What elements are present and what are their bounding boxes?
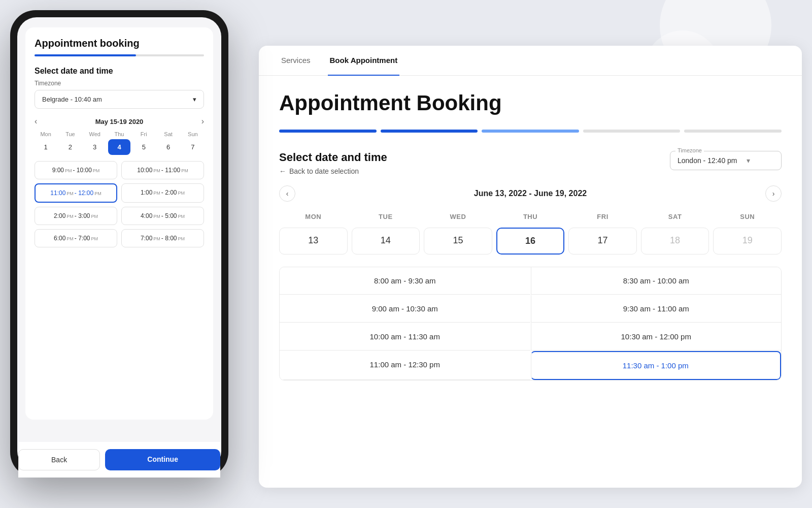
phone-bottom-buttons: Back Continue bbox=[18, 442, 220, 470]
calendar-grid: MON TUE WED THU FRI SAT SUN 13 14 15 16 … bbox=[279, 210, 782, 255]
phone-section-title: Select date and time bbox=[35, 67, 204, 76]
slot-930am-11am[interactable]: 9:30 am - 11:00 am bbox=[531, 295, 782, 323]
calendar-header: ‹ June 13, 2022 - June 19, 2022 › bbox=[279, 185, 782, 202]
phone-day-3[interactable]: 3 bbox=[84, 139, 106, 155]
timezone-chevron-icon: ▾ bbox=[747, 156, 750, 165]
section-header-row: Select date and time ← Back to date sele… bbox=[279, 151, 782, 175]
phone-timezone-value: Belgrade - 10:40 am bbox=[42, 96, 102, 103]
phone-time-slots: 9:00PM - 10:00PM 10:00PM - 11:00PM 11:00… bbox=[35, 161, 204, 247]
phone-mockup: Appointment booking Select date and time… bbox=[10, 10, 244, 498]
phone-cal-prev[interactable]: ‹ bbox=[35, 117, 37, 126]
timezone-selector[interactable]: Timezone London - 12:40 pm ▾ bbox=[670, 151, 782, 170]
cal-day-16[interactable]: 16 bbox=[496, 228, 565, 255]
phone-day-label-sat: Sat bbox=[157, 131, 179, 137]
phone-app-title: Appointment booking bbox=[35, 38, 204, 49]
phone-cal-header: ‹ May 15-19 2020 › bbox=[35, 117, 204, 126]
phone-cal-next[interactable]: › bbox=[201, 117, 204, 126]
phone-day-label-tue: Tue bbox=[59, 131, 81, 137]
phone-slot-4pm-5pm[interactable]: 4:00PM - 5:00PM bbox=[121, 207, 204, 225]
phone-day-7[interactable]: 7 bbox=[182, 139, 204, 155]
back-link-label: Back to date selection bbox=[289, 167, 359, 175]
desktop-panel: Services Book Appointment Appointment Bo… bbox=[259, 46, 802, 488]
cal-prev-button[interactable]: ‹ bbox=[279, 185, 295, 202]
phone-day-label-wed: Wed bbox=[84, 131, 106, 137]
phone-slot-6pm-7pm[interactable]: 6:00PM - 7:00PM bbox=[35, 229, 117, 247]
cal-header-sun: SUN bbox=[713, 210, 782, 224]
cal-next-button[interactable]: › bbox=[765, 185, 782, 202]
phone-day-6[interactable]: 6 bbox=[157, 139, 179, 155]
phone-continue-button[interactable]: Continue bbox=[105, 449, 220, 470]
phone-day-4[interactable]: 4 bbox=[108, 139, 130, 155]
phone-day-label-thu: Thu bbox=[108, 131, 130, 137]
section-title: Select date and time bbox=[279, 151, 387, 164]
cal-month-range: June 13, 2022 - June 19, 2022 bbox=[474, 189, 587, 198]
step-3 bbox=[482, 130, 579, 133]
phone-frame: Appointment booking Select date and time… bbox=[10, 10, 228, 478]
cal-day-18[interactable]: 18 bbox=[641, 228, 709, 255]
slot-8am-930am[interactable]: 8:00 am - 9:30 am bbox=[280, 267, 530, 295]
timezone-value: London - 12:40 pm bbox=[678, 156, 737, 165]
phone-timezone-label: Timezone bbox=[35, 80, 204, 87]
slot-1030am-12pm[interactable]: 10:30 am - 12:00 pm bbox=[531, 323, 782, 351]
phone-slot-9pm-10pm[interactable]: 9:00PM - 10:00PM bbox=[35, 161, 117, 179]
cal-header-mon: MON bbox=[279, 210, 348, 224]
phone-slot-2pm-3pm[interactable]: 2:00PM - 3:00PM bbox=[35, 207, 117, 225]
phone-timezone-select[interactable]: Belgrade - 10:40 am ▾ bbox=[35, 90, 204, 109]
step-4 bbox=[583, 130, 681, 133]
phone-day-2[interactable]: 2 bbox=[59, 139, 81, 155]
phone-day-label-sun: Sun bbox=[182, 131, 204, 137]
timezone-field-label: Timezone bbox=[675, 147, 704, 153]
step-5 bbox=[684, 130, 782, 133]
phone-slot-11pm-12pm[interactable]: 11:00PM - 12:00PM bbox=[35, 183, 117, 203]
phone-progress-fill bbox=[35, 54, 136, 56]
tab-services[interactable]: Services bbox=[279, 46, 313, 76]
cal-day-13[interactable]: 13 bbox=[279, 228, 348, 255]
cal-header-sat: SAT bbox=[641, 210, 709, 224]
progress-steps bbox=[279, 130, 782, 133]
phone-app-content: Appointment booking Select date and time… bbox=[25, 27, 213, 420]
slot-10am-1130am[interactable]: 10:00 am - 11:30 am bbox=[280, 323, 530, 351]
cal-day-15[interactable]: 15 bbox=[424, 228, 492, 255]
tab-book-appointment[interactable]: Book Appointment bbox=[328, 46, 400, 76]
cal-day-14[interactable]: 14 bbox=[352, 228, 420, 255]
slot-9am-1030am[interactable]: 9:00 am - 10:30 am bbox=[280, 295, 530, 323]
phone-screen: Appointment booking Select date and time… bbox=[17, 17, 221, 470]
slot-1130am-1pm[interactable]: 11:30 am - 1:00 pm bbox=[531, 351, 782, 380]
tabs-bar: Services Book Appointment bbox=[259, 46, 802, 76]
cal-header-thu: THU bbox=[496, 210, 565, 224]
phone-slot-10pm-11pm[interactable]: 10:00PM - 11:00PM bbox=[121, 161, 204, 179]
phone-slot-1pm-2pm[interactable]: 1:00PM - 2:00PM bbox=[121, 183, 204, 203]
phone-day-label-fri: Fri bbox=[132, 131, 155, 137]
back-to-date-link[interactable]: ← Back to date selection bbox=[279, 167, 387, 175]
cal-day-19[interactable]: 19 bbox=[713, 228, 782, 255]
step-1 bbox=[279, 130, 377, 133]
cal-header-wed: WED bbox=[424, 210, 492, 224]
time-slots-grid: 8:00 am - 9:30 am 8:30 am - 10:00 am 9:0… bbox=[279, 267, 782, 380]
phone-day-label-mon: Mon bbox=[35, 131, 57, 137]
section-header-left: Select date and time ← Back to date sele… bbox=[279, 151, 387, 175]
phone-cal-day-labels: Mon Tue Wed Thu Fri Sat Sun 1 2 3 4 5 6 … bbox=[35, 131, 204, 155]
step-2 bbox=[381, 130, 478, 133]
desktop-main-title: Appointment Booking bbox=[279, 91, 782, 115]
phone-slot-7pm-8pm[interactable]: 7:00PM - 8:00PM bbox=[121, 229, 204, 247]
back-arrow-icon: ← bbox=[279, 167, 286, 175]
cal-day-17[interactable]: 17 bbox=[568, 228, 637, 255]
cal-header-fri: FRI bbox=[568, 210, 637, 224]
phone-timezone-chevron: ▾ bbox=[193, 96, 196, 103]
phone-day-1[interactable]: 1 bbox=[35, 139, 57, 155]
slot-11am-1230pm[interactable]: 11:00 am - 12:30 pm bbox=[280, 351, 530, 380]
phone-cal-month: May 15-19 2020 bbox=[95, 118, 144, 125]
phone-back-button[interactable]: Back bbox=[18, 449, 100, 470]
phone-day-5[interactable]: 5 bbox=[132, 139, 155, 155]
phone-progress-bar bbox=[35, 54, 204, 56]
desktop-main-content: Appointment Booking Select date and time… bbox=[259, 76, 802, 488]
slot-830am-10am[interactable]: 8:30 am - 10:00 am bbox=[531, 267, 782, 295]
cal-header-tue: TUE bbox=[352, 210, 420, 224]
